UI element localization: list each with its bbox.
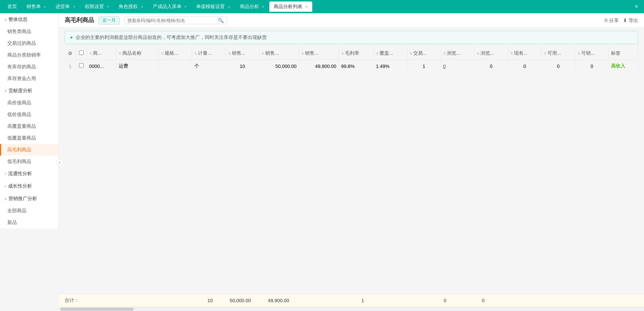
sidebar-section-arrow: ∨ [4, 197, 7, 201]
nav-tab-销售单[interactable]: 销售单× [22, 1, 50, 12]
col-header-sales_cost[interactable]: ⇅销售... [299, 47, 339, 60]
nav-tab-close-icon[interactable]: × [228, 4, 230, 9]
nav-tab-close-icon[interactable]: × [73, 4, 75, 9]
col-header-tag: 标签 [609, 47, 638, 60]
sidebar-item-全部商品[interactable]: 全部商品 [0, 205, 58, 217]
table-footer: 合计： 10 50,000.00 49,900.00 1 0 0 [59, 294, 644, 307]
sidebar-item-低覆盖量商品[interactable]: 低覆盖量商品 [0, 132, 58, 144]
sidebar-collapse-btn[interactable]: « [56, 159, 63, 166]
table-area[interactable]: ⚙⇅商...⇅商品名称⇅规格...⇅计量...⇅销售...⇅销售...⇅销售..… [59, 47, 644, 294]
search-icon[interactable]: 🔍 [218, 18, 224, 23]
sidebar-item-低价值商品[interactable]: 低价值商品 [0, 109, 58, 120]
cell-gross_margin: 99.8% [339, 60, 374, 73]
footer-label: 合计： [65, 297, 79, 304]
nav-tab-角色授权[interactable]: 角色授权× [114, 1, 147, 12]
nav-tab-close-icon[interactable]: × [107, 4, 109, 9]
cell-coverage: 1.49% [374, 60, 407, 73]
col-header-code[interactable]: ⇅商... [87, 47, 116, 60]
cell-current_stock: 0 [508, 60, 542, 73]
table-row: 10000...运费个1050,000.0049,900.0099.8%1.49… [65, 60, 638, 73]
nav-tab-close-icon[interactable]: × [141, 4, 143, 9]
nav-tab-产成品入库单[interactable]: 产成品入库单× [148, 1, 191, 12]
col-header-unit[interactable]: ⇅计量... [192, 47, 226, 60]
sidebar-wrapper: ∨整体信息销售类商品交易过的商品商品分类助销率有库存的商品库存资金占用∨贡献度分… [0, 13, 59, 311]
cell-name: 运费 [116, 60, 159, 73]
cell-browse2: 0 [474, 60, 508, 73]
nav-tab-close-icon[interactable]: × [44, 4, 46, 9]
col-header-available[interactable]: ⇅可用... [542, 47, 575, 60]
sidebar-item-库存资金占用[interactable]: 库存资金占用 [0, 73, 58, 84]
content-area: 高毛利商品 近一月 🔍 ⎘ 分享 ⬇ 导出 ✦ 企业的主要的利润都是这部分商品创… [59, 13, 644, 311]
sidebar-section-label: 流通性分析 [8, 170, 32, 177]
footer-available: 0 [455, 298, 485, 303]
col-header-sales_qty[interactable]: ⇅销售... [226, 47, 259, 60]
header-actions: ⎘ 分享 ⬇ 导出 [605, 17, 638, 24]
sidebar-section-贡献度分析[interactable]: ∨贡献度分析 [0, 84, 58, 97]
row-checkbox[interactable] [79, 63, 84, 68]
cell-sales_cost: 49,900.00 [299, 60, 339, 73]
nav-tab-商品分析[interactable]: 商品分析× [235, 1, 269, 12]
sidebar-section-整体信息[interactable]: ∨整体信息 [0, 13, 58, 26]
share-label: 分享 [609, 17, 619, 24]
cell-sellable: 0 [575, 60, 608, 73]
col-header-spec[interactable]: ⇅规格... [158, 47, 192, 60]
nav-tab-商品分析列表[interactable]: 商品分析列表× [269, 1, 312, 12]
col-header-sellable[interactable]: ⇅可销... [575, 47, 608, 60]
col-header-name[interactable]: ⇅商品名称 [116, 47, 159, 60]
sidebar-item-新品[interactable]: 新品 [0, 217, 58, 228]
info-banner: ✦ 企业的主要的利润都是这部分商品创造的，可考虑加大推广，同时关注库存是不要出现… [65, 31, 638, 44]
footer-sales-qty: 10 [183, 298, 213, 303]
cell-unit: 个 [192, 60, 226, 73]
sidebar-section-label: 贡献度分析 [8, 87, 32, 94]
footer-sales-cost: 49,900.00 [260, 298, 289, 303]
scrollbar-thumb[interactable] [60, 308, 134, 311]
nav-tab-首页[interactable]: 首页 [3, 1, 21, 12]
col-header-coverage[interactable]: ⇅覆盖... [374, 47, 407, 60]
sidebar-item-低毛利商品[interactable]: 低毛利商品 [0, 156, 58, 167]
scrollbar-area[interactable] [59, 307, 644, 311]
cell-browse1[interactable]: 0 [441, 60, 474, 73]
sidebar-item-高价值商品[interactable]: 高价值商品 [0, 97, 58, 109]
col-header-browse1[interactable]: ⇅浏览... [441, 47, 474, 60]
sidebar-section-arrow: ∨ [4, 18, 7, 22]
select-all-checkbox[interactable] [79, 50, 84, 55]
info-icon: ✦ [69, 35, 73, 40]
main-layout: ∨整体信息销售类商品交易过的商品商品分类助销率有库存的商品库存资金占用∨贡献度分… [0, 13, 644, 311]
top-nav: 首页销售单×进货单×权限设置×角色授权×产成品入库单×单据模板设置×商品分析×商… [0, 0, 644, 13]
nav-tab-进货单[interactable]: 进货单× [51, 1, 79, 12]
sidebar-section-label: 整体信息 [8, 16, 28, 23]
nav-tab-权限设置[interactable]: 权限设置× [80, 1, 114, 12]
nav-tab-单据模板设置[interactable]: 单据模板设置× [192, 1, 234, 12]
export-button[interactable]: ⬇ 导出 [623, 17, 638, 24]
sidebar-section-营销推广分析[interactable]: ∨营销推广分析 [0, 192, 58, 205]
sidebar-item-商品分类助销率[interactable]: 商品分类助销率 [0, 49, 58, 61]
col-header-browse2[interactable]: ⇅浏览... [474, 47, 508, 60]
sidebar-item-高毛利商品[interactable]: 高毛利商品 [0, 144, 58, 156]
nav-tab-close-icon[interactable]: × [262, 4, 264, 9]
col-header-trade[interactable]: ⇅交易... [407, 47, 440, 60]
period-button[interactable]: 近一月 [98, 16, 120, 25]
sidebar-section-流通性分析[interactable]: >流通性分析 [0, 167, 58, 180]
footer-sales-amt: 50,000.00 [222, 298, 251, 303]
sidebar-section-成长性分析[interactable]: >成长性分析 [0, 180, 58, 192]
sidebar-item-交易过的商品[interactable]: 交易过的商品 [0, 37, 58, 49]
data-table: ⚙⇅商...⇅商品名称⇅规格...⇅计量...⇅销售...⇅销售...⇅销售..… [65, 47, 638, 73]
close-all-btn[interactable]: × [632, 3, 641, 10]
sidebar-item-高覆盖量商品[interactable]: 高覆盖量商品 [0, 120, 58, 132]
cell-sales_qty: 10 [226, 60, 259, 73]
nav-tabs: 首页销售单×进货单×权限设置×角色授权×产成品入库单×单据模板设置×商品分析×商… [3, 1, 312, 12]
search-input[interactable] [127, 18, 216, 23]
sidebar-item-有库存的商品[interactable]: 有库存的商品 [0, 61, 58, 73]
col-header-current_stock[interactable]: ⇅现有... [508, 47, 542, 60]
col-header-gross_margin[interactable]: ⇅毛利率 [339, 47, 374, 60]
table-head: ⚙⇅商...⇅商品名称⇅规格...⇅计量...⇅销售...⇅销售...⇅销售..… [65, 47, 638, 60]
col-header-sales_amt[interactable]: ⇅销售... [259, 47, 299, 60]
cell-available: 0 [542, 60, 575, 73]
sidebar-item-销售类商品[interactable]: 销售类商品 [0, 26, 58, 37]
browse-link[interactable]: 0 [443, 64, 446, 69]
search-box: 🔍 [124, 17, 227, 24]
sidebar: ∨整体信息销售类商品交易过的商品商品分类助销率有库存的商品库存资金占用∨贡献度分… [0, 13, 59, 228]
nav-tab-close-icon[interactable]: × [305, 4, 307, 9]
share-button[interactable]: ⎘ 分享 [605, 17, 619, 24]
nav-tab-close-icon[interactable]: × [184, 4, 187, 9]
